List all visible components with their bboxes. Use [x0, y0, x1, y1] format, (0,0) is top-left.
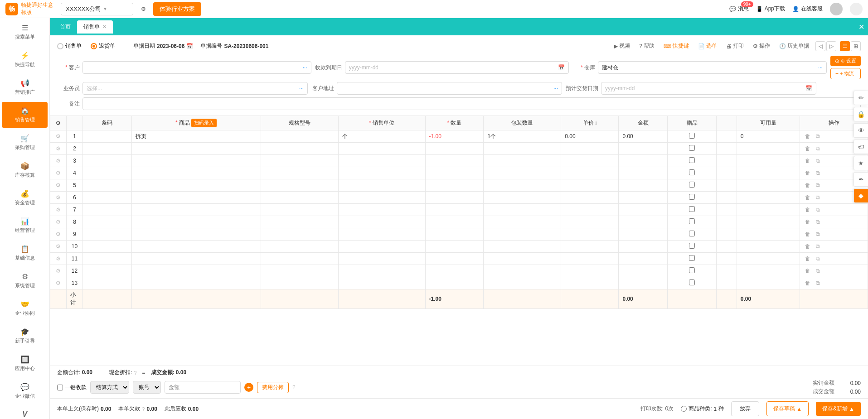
delivery-calendar-icon[interactable]: 📅: [805, 85, 812, 92]
cell-spec[interactable]: [261, 143, 338, 155]
cell-pack-qty[interactable]: [484, 167, 561, 179]
sidebar-item-purchase[interactable]: 🛒 采购管理: [2, 130, 48, 155]
trial-button[interactable]: 体验行业方案: [153, 2, 201, 16]
cell-pack-qty[interactable]: [484, 241, 561, 253]
product-type-radio[interactable]: [681, 406, 687, 412]
sidebar-item-member[interactable]: V 畅会员: [2, 406, 48, 419]
delete-row-icon[interactable]: 🗑: [804, 218, 812, 226]
scan-button[interactable]: 扫码录入: [191, 119, 217, 127]
cell-unit-price[interactable]: [561, 143, 619, 155]
cell-product[interactable]: [131, 253, 261, 265]
cell-qty[interactable]: [425, 216, 484, 228]
cell-unit[interactable]: [338, 277, 425, 289]
account-select[interactable]: 账号: [133, 381, 161, 394]
cell-remark[interactable]: [717, 155, 737, 167]
gift-checkbox[interactable]: [689, 267, 695, 273]
float-edit-btn[interactable]: ✏: [853, 91, 868, 105]
cell-remark[interactable]: [717, 253, 737, 265]
cell-remark[interactable]: [717, 216, 737, 228]
cell-gift[interactable]: [668, 130, 717, 143]
copy-row-icon[interactable]: ⧉: [814, 267, 822, 275]
cell-pack-qty[interactable]: [484, 204, 561, 216]
delete-row-icon[interactable]: 🗑: [804, 230, 812, 238]
cell-spec[interactable]: [261, 228, 338, 241]
cell-unit-price[interactable]: [561, 277, 619, 289]
gift-checkbox[interactable]: [689, 182, 695, 188]
cell-barcode[interactable]: [83, 216, 132, 228]
cell-gift[interactable]: [668, 265, 717, 277]
online-service-button[interactable]: 👤 在线客服: [792, 5, 823, 13]
history-btn[interactable]: 🕐 历史单据: [776, 41, 812, 51]
cell-barcode[interactable]: [83, 155, 132, 167]
cell-product[interactable]: [131, 241, 261, 253]
add-payment-button[interactable]: +: [244, 383, 253, 392]
cell-remark[interactable]: [717, 130, 737, 143]
gift-checkbox[interactable]: [689, 218, 695, 224]
cell-barcode[interactable]: [83, 192, 132, 204]
tab-close-icon[interactable]: ✕: [102, 24, 107, 30]
cell-amount[interactable]: 0.00: [619, 130, 668, 143]
sidebar-item-marketing[interactable]: 📢 营销推广: [2, 74, 48, 100]
payment-due-calendar-icon[interactable]: 📅: [558, 64, 565, 71]
view-list-btn[interactable]: ☰: [840, 41, 850, 51]
sidebar-item-inventory[interactable]: 📦 库存核算: [2, 157, 48, 183]
tab-sales-order[interactable]: 销售单 ✕: [77, 20, 113, 34]
video-btn[interactable]: ▶ 视频: [611, 41, 633, 51]
copy-row-icon[interactable]: ⧉: [814, 157, 822, 165]
cell-spec[interactable]: [261, 192, 338, 204]
gift-checkbox[interactable]: [689, 231, 695, 236]
cell-gift[interactable]: [668, 228, 717, 241]
float-star-btn[interactable]: ★: [853, 156, 868, 170]
unit-price-info-icon[interactable]: ℹ: [595, 120, 597, 125]
sidebar-item-sales[interactable]: 🏠 销售管理: [2, 102, 48, 128]
cell-pack-qty[interactable]: [484, 216, 561, 228]
gift-checkbox[interactable]: [689, 279, 695, 285]
cell-pack-qty[interactable]: [484, 265, 561, 277]
cell-spec[interactable]: [261, 216, 338, 228]
nav-prev-icon[interactable]: ◁: [815, 41, 825, 51]
cell-amount[interactable]: [619, 277, 668, 289]
cell-unit-price[interactable]: [561, 192, 619, 204]
th-settings[interactable]: ⚙: [50, 116, 67, 130]
print-btn[interactable]: 🖨 打印: [723, 41, 747, 51]
cell-spec[interactable]: [261, 277, 338, 289]
cell-qty[interactable]: [425, 277, 484, 289]
cell-unit[interactable]: [338, 241, 425, 253]
select-order-btn[interactable]: 📄 选单: [695, 41, 720, 51]
cell-pack-qty[interactable]: [484, 179, 561, 192]
delete-row-icon[interactable]: 🗑: [804, 255, 812, 263]
sidebar-item-app-center[interactable]: 🔲 应用中心: [2, 351, 48, 376]
copy-row-icon[interactable]: ⧉: [814, 279, 822, 287]
cell-pack-qty[interactable]: [484, 192, 561, 204]
cell-unit-price[interactable]: [561, 241, 619, 253]
cell-unit-price[interactable]: [561, 179, 619, 192]
message-button[interactable]: 💬 消息 99+: [729, 5, 749, 13]
cell-product[interactable]: [131, 265, 261, 277]
cell-gift[interactable]: [668, 155, 717, 167]
cell-settings[interactable]: ⚙: [50, 277, 67, 289]
cell-qty[interactable]: [425, 253, 484, 265]
cell-product[interactable]: [131, 277, 261, 289]
cell-spec[interactable]: [261, 241, 338, 253]
payment-method-select[interactable]: 结算方式: [90, 381, 129, 394]
cell-pack-qty[interactable]: 1个: [484, 130, 561, 143]
cell-unit[interactable]: [338, 228, 425, 241]
copy-row-icon[interactable]: ⧉: [814, 144, 822, 153]
customer-addr-input[interactable]: ···: [337, 82, 562, 95]
cell-unit-price[interactable]: [561, 253, 619, 265]
cell-qty[interactable]: -1.00: [425, 130, 484, 143]
cell-spec[interactable]: [261, 155, 338, 167]
radio-return[interactable]: 退货单: [91, 42, 115, 50]
sidebar-item-basic[interactable]: 📋 基础信息: [2, 240, 48, 266]
cell-remark[interactable]: [717, 277, 737, 289]
cell-amount[interactable]: [619, 192, 668, 204]
cell-amount[interactable]: [619, 179, 668, 192]
cell-product[interactable]: [131, 204, 261, 216]
cell-settings[interactable]: ⚙: [50, 253, 67, 265]
cell-gift[interactable]: [668, 179, 717, 192]
float-lock-btn[interactable]: 🔒: [853, 107, 868, 121]
calendar-icon[interactable]: 📅: [186, 43, 193, 49]
float-tag-btn[interactable]: 🏷: [853, 140, 868, 154]
cell-product[interactable]: [131, 228, 261, 241]
cell-gift[interactable]: [668, 143, 717, 155]
